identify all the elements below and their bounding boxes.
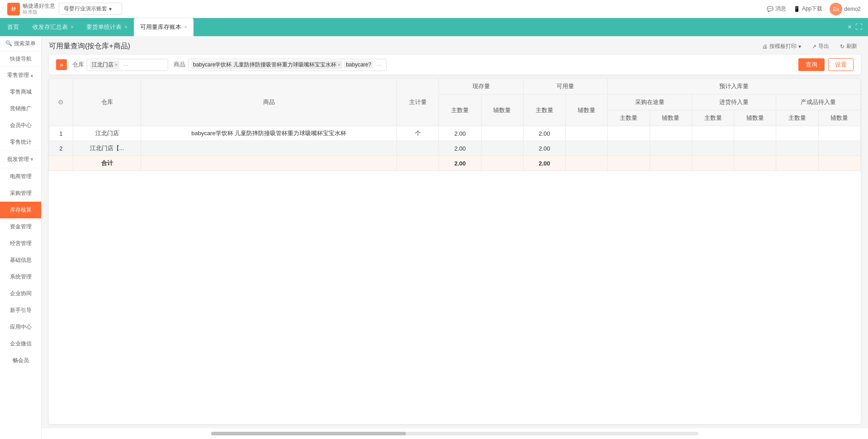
filter-actions: 查询 设置: [798, 58, 854, 71]
logo-icon: 好: [7, 3, 20, 15]
message-btn[interactable]: 💬 消息: [767, 5, 786, 13]
summary-production-aux: [818, 156, 860, 171]
col-production-aux: 辅数量: [818, 110, 860, 126]
warehouse-tag: 江北门店 ×: [90, 61, 119, 69]
export-btn[interactable]: ↗ 导出: [808, 41, 833, 52]
sidebar-item-app-center[interactable]: 应用中心: [0, 319, 41, 335]
label: 企业协同: [10, 290, 32, 297]
sidebar-item-basic-info[interactable]: 基础信息: [0, 252, 41, 269]
search-icon: 🔍: [5, 40, 12, 47]
summary-current-main: 2.00: [439, 156, 481, 171]
expand-icon: ▼: [30, 157, 34, 162]
refresh-btn[interactable]: ↻ 刷新: [836, 41, 861, 52]
table-container: ⚙ 仓库 商品 主计量 现存量 可用量 预计入库量 主数量 辅数量 主数量 辅数…: [49, 78, 861, 424]
sidebar-search[interactable]: 🔍 搜索菜单: [0, 36, 41, 52]
print-label: 按模板打印: [769, 42, 797, 50]
sidebar-item-members[interactable]: 会员中心: [0, 117, 41, 134]
sidebar-item-newbie-guide[interactable]: 新手引导: [0, 302, 41, 319]
tab-receivables-summary[interactable]: 收发存汇总表 ×: [26, 18, 80, 36]
col-settings[interactable]: ⚙: [49, 79, 73, 126]
export-label: 导出: [818, 42, 829, 50]
group-purchase-aux: [650, 141, 692, 156]
sidebar-item-inventory-accounting[interactable]: 库存核算: [0, 202, 41, 218]
industry-label: 母婴行业演示账套: [64, 5, 107, 13]
summary-empty-3: [397, 156, 439, 171]
label: 畅会员: [13, 357, 29, 364]
col-goods-aux: 辅数量: [734, 110, 776, 126]
top-bar-right: 💬 消息 📱 App下载 Ea demo2: [767, 3, 861, 15]
warehouse-label: 仓库: [72, 61, 84, 69]
expand-filter-btn[interactable]: »: [56, 59, 67, 70]
dropdown-icon: ▾: [798, 43, 801, 50]
tag-close-btn[interactable]: ×: [115, 62, 118, 67]
sidebar-item-marketing[interactable]: 营销推广: [0, 100, 41, 117]
sidebar-section-wholesale: 批发管理 ▼: [0, 151, 41, 168]
product-tags[interactable]: babycare学饮杯 儿童防摔防撞吸管杯重力球吸嘴杯宝宝水杯 × babyca…: [188, 59, 387, 71]
warehouse-tags[interactable]: 江北门店 × ···: [87, 59, 168, 71]
sidebar-item-enterprise-collab[interactable]: 企业协同: [0, 285, 41, 302]
query-btn[interactable]: 查询: [798, 58, 825, 71]
sidebar-item-ecommerce[interactable]: 电商管理: [0, 168, 41, 185]
row-goods-main: [692, 126, 734, 141]
sidebar-item-retail-stats[interactable]: 零售统计: [0, 134, 41, 151]
sidebar-item-retail-management[interactable]: 零售管理 ▲: [0, 67, 41, 84]
product-ellipsis[interactable]: ···: [375, 61, 383, 68]
user-area[interactable]: Ea demo2: [830, 3, 861, 15]
row-purchase-aux: [650, 126, 692, 141]
row-production-aux: [818, 126, 860, 141]
settings-icon[interactable]: ⚙: [58, 99, 64, 106]
sidebar-item-enterprise-wechat[interactable]: 企业微信: [0, 335, 41, 352]
tag-close-btn[interactable]: ×: [338, 62, 340, 67]
summary-label: 合计: [73, 156, 141, 171]
tab-close-icon[interactable]: ×: [184, 24, 187, 30]
top-bar: 好 畅捷通好生意 标准版 母婴行业演示账套 ▾ 💬 消息 📱 App下载 Ea …: [0, 0, 868, 18]
app-download-btn[interactable]: 📱 App下载: [793, 5, 822, 13]
sidebar-item-member-service[interactable]: 畅会员: [0, 352, 41, 369]
col-goods-main: 主数量: [692, 110, 734, 126]
tab-available-inventory[interactable]: 可用量库存账本 ×: [134, 18, 193, 36]
summary-purchase-main: [608, 156, 650, 171]
sidebar-item-wholesale-management[interactable]: 批发管理 ▼: [0, 151, 41, 168]
page-header: 可用量查询(按仓库+商品) 🖨 按模板打印 ▾ ↗ 导出 ↻ 刷新: [42, 36, 868, 55]
fullscreen-btn[interactable]: ⛶: [855, 23, 863, 31]
close-all-btn[interactable]: ×: [848, 23, 852, 31]
col-current-aux-qty: 辅数量: [481, 94, 523, 126]
sidebar-item-procurement[interactable]: 采购管理: [0, 185, 41, 202]
page-title: 可用量查询(按仓库+商品): [49, 42, 130, 51]
label: 批发管理: [7, 156, 29, 163]
warehouse-ellipsis[interactable]: ···: [121, 61, 130, 68]
row-available-aux: [566, 126, 608, 141]
main-layout: 🔍 搜索菜单 快捷导航 零售管理 ▲ 零售商城 营销推广 会员中心 零售统计: [0, 36, 868, 439]
sidebar-item-finance[interactable]: 资金管理: [0, 218, 41, 235]
tab-order-statistics[interactable]: 要货单统计表 ×: [80, 18, 134, 36]
tag-text: babycare学饮杯 儿童防摔防撞吸管杯重力球吸嘴杯宝宝水杯: [193, 61, 336, 69]
col-purchase-transit-header: 采购在途量: [608, 94, 692, 110]
horizontal-scrollbar[interactable]: [211, 432, 698, 435]
sidebar-item-retail-mall[interactable]: 零售商城: [0, 84, 41, 100]
col-main-unit-header: 主计量: [397, 79, 439, 126]
warehouse-filter: 仓库 江北门店 × ···: [72, 59, 168, 71]
search-label: 搜索菜单: [14, 40, 36, 47]
summary-purchase-aux: [650, 156, 692, 171]
username: demo2: [844, 6, 861, 12]
col-warehouse-header: 仓库: [73, 79, 141, 126]
scrollbar-thumb[interactable]: [211, 432, 406, 435]
tab-close-icon[interactable]: ×: [71, 24, 74, 30]
label: 采购管理: [10, 189, 32, 197]
sidebar-item-quick-nav[interactable]: 快捷导航: [0, 52, 41, 67]
col-available-header: 可用量: [523, 79, 608, 94]
industry-selector[interactable]: 母婴行业演示账套 ▾: [59, 3, 122, 15]
label: 系统管理: [10, 273, 32, 281]
tab-home[interactable]: 首页: [0, 18, 26, 36]
tab-label: 可用量库存账本: [140, 23, 181, 31]
sidebar-item-system[interactable]: 系统管理: [0, 269, 41, 285]
sidebar-item-operations[interactable]: 经营管理: [0, 235, 41, 252]
label: 基础信息: [10, 256, 32, 264]
expand-icon: ▲: [30, 73, 34, 78]
settings-btn[interactable]: 设置: [828, 58, 854, 71]
tab-label: 要货单统计表: [86, 23, 122, 31]
tab-close-icon[interactable]: ×: [124, 24, 127, 30]
print-template-btn[interactable]: 🖨 按模板打印 ▾: [759, 41, 805, 52]
group-production-aux: [818, 141, 860, 156]
summary-empty-2: [141, 156, 397, 171]
